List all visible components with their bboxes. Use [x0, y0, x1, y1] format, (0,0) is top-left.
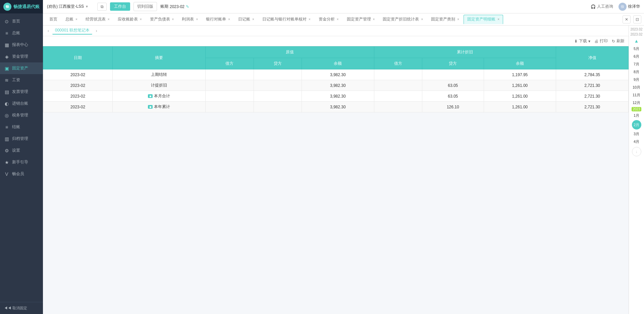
tab-close-icon[interactable]: × — [457, 17, 459, 21]
maximize-button[interactable]: ⊡ — [633, 15, 641, 23]
refresh-button[interactable]: ↻ 刷新 — [612, 38, 625, 44]
th-dep-balance: 余额 — [484, 58, 556, 69]
sidebar-item-vip[interactable]: V 畅会员 — [0, 168, 43, 180]
tab-profit[interactable]: 利润表 × — [178, 15, 202, 24]
cell-dep-credit: 63.05 — [422, 80, 484, 91]
sidebar-item-fixed[interactable]: ▣ 固定资产 — [0, 62, 43, 74]
fixed-icon: ▣ — [4, 66, 9, 71]
tab-close-icon[interactable]: × — [373, 17, 375, 21]
sidebar-item-label: 工资 — [12, 77, 20, 83]
sidebar-item-label: 首页 — [12, 18, 20, 24]
tab-close-icon[interactable]: × — [309, 17, 311, 21]
cell-dep-credit — [422, 69, 484, 80]
sidebar-item-fund[interactable]: ◈ 资金管理 — [0, 51, 43, 62]
tabbar: 首页 总账 × 经营状况表 × 应收账龄表 × 资产负债表 × 利润表 × 银行… — [43, 13, 644, 25]
sidebar-pin-toggle[interactable]: ◀◀ 取消固定 — [0, 302, 43, 314]
cell-dep-balance: 1,261.00 — [484, 80, 556, 91]
prev-arrow[interactable]: ‹ — [46, 28, 50, 34]
tab-label: 应收账龄表 — [118, 16, 138, 22]
cell-orig-balance: 3,982.30 — [302, 102, 374, 112]
timeline-month-4[interactable]: 4月 — [631, 138, 643, 145]
tab-fixeddep[interactable]: 固定资产折旧统计表 × — [379, 15, 427, 24]
timeline-month-7[interactable]: 7月 — [631, 61, 643, 68]
sidebar-item-salary[interactable]: ≋ 工资 — [0, 74, 43, 86]
salary-icon: ≋ — [4, 77, 9, 83]
tab-journalbank[interactable]: 日记账与银行对账单核对 × — [259, 15, 314, 24]
main-area: (劝告) 江西服堂-LSS ▼ ⧉ 工作台 切到旧版 账期 2023-02 ✎ … — [43, 0, 644, 314]
tab-home[interactable]: 首页 — [46, 15, 61, 24]
tab-close-icon[interactable]: × — [108, 17, 110, 21]
old-version-button[interactable]: 切到旧版 — [133, 2, 157, 11]
download-button[interactable]: ⬇ 下载 ▾ — [574, 38, 590, 44]
table-container: 日期 摘要 原值 累计折旧 净值 借方 贷方 余额 借方 贷方 余额 — [43, 46, 629, 314]
table-row: 2023-02 计提折旧 3,982.30 63.05 1,261.00 2,7… — [43, 80, 629, 91]
timeline-month-12[interactable]: 12月 — [631, 99, 643, 106]
print-button[interactable]: 🖨 打印 — [594, 38, 608, 44]
copy-button[interactable]: ⧉ — [97, 3, 107, 11]
refresh-icon: ↻ — [612, 39, 615, 44]
sidebar-item-settlement[interactable]: ≡ 结账 — [0, 121, 43, 133]
sidebar-item-sales[interactable]: ◐ 进销台账 — [0, 98, 43, 109]
sidebar-item-label: 设置 — [12, 148, 20, 153]
th-orig-balance: 余额 — [302, 58, 374, 69]
tab-close-icon[interactable]: × — [228, 17, 230, 21]
sidebar-item-reports[interactable]: ▦ 报表中心 — [0, 39, 43, 51]
tab-close-icon[interactable]: × — [252, 17, 254, 21]
next-arrow[interactable]: › — [94, 28, 98, 34]
tab-fixedcat[interactable]: 固定资产类别 × — [427, 15, 463, 24]
tab-general[interactable]: 总账 × — [62, 15, 81, 24]
user-menu[interactable]: 徐 徐泽华 — [619, 3, 640, 11]
tab-receivable[interactable]: 应收账龄表 × — [114, 15, 146, 24]
invoice-icon: ▤ — [4, 89, 9, 95]
tab-fixedmgmt[interactable]: 固定资产管理 × — [343, 15, 379, 24]
tab-bizstatus[interactable]: 经营状况表 × — [82, 15, 113, 24]
cell-orig-debit — [206, 80, 254, 91]
tab-fundanalysis[interactable]: 资金分析 × — [315, 15, 342, 24]
timeline-month-10[interactable]: 10月 — [631, 84, 643, 91]
sub-nav-item-asset[interactable]: 000001 联想笔记本 — [52, 27, 92, 35]
topbar: (劝告) 江西服堂-LSS ▼ ⧉ 工作台 切到旧版 账期 2023-02 ✎ … — [43, 0, 644, 13]
sidebar-item-label: 固定资产 — [12, 65, 28, 71]
tab-bank[interactable]: 银行对账单 × — [202, 15, 234, 24]
sidebar-item-general[interactable]: ≡ 总账 — [0, 27, 43, 39]
table-row: 2023-02 ■本年累计 3,982.30 126.10 1,261.00 2… — [43, 102, 629, 112]
sidebar-item-guide[interactable]: ★ 新手引导 — [0, 156, 43, 168]
tab-close-icon[interactable]: × — [172, 17, 174, 21]
sidebar-item-home[interactable]: ⊙ 首页 — [0, 15, 43, 27]
timeline-month-2[interactable]: 2月 — [632, 120, 641, 129]
tab-assets[interactable]: 资产负债表 × — [146, 15, 178, 24]
service-button[interactable]: 🎧 人工咨询 — [591, 4, 613, 9]
sidebar-item-settings[interactable]: ⚙ 设置 — [0, 145, 43, 156]
timeline-month-8[interactable]: 8月 — [631, 68, 643, 75]
sidebar-item-label: 总账 — [12, 30, 20, 36]
tabbar-controls: ✕ ⊡ — [623, 15, 641, 23]
company-selector[interactable]: (劝告) 江西服堂-LSS ▼ — [47, 4, 94, 9]
sidebar-item-invoice[interactable]: ▤ 发票管理 — [0, 86, 43, 98]
tab-close-icon[interactable]: × — [196, 17, 198, 21]
cell-summary: 上期结转 — [113, 69, 206, 80]
tab-close-icon[interactable]: × — [337, 17, 339, 21]
period-edit-icon[interactable]: ✎ — [186, 4, 189, 9]
tab-close-icon[interactable]: × — [140, 17, 142, 21]
timeline-up-arrow[interactable]: ▲ — [633, 37, 640, 45]
tab-close-icon[interactable]: × — [75, 17, 77, 21]
timeline-month-11[interactable]: 11月 — [631, 92, 643, 99]
tab-fixeddetail[interactable]: 固定资产明细账 × — [464, 15, 503, 24]
workbench-button[interactable]: 工作台 — [110, 2, 130, 11]
th-original-value: 原值 — [206, 47, 374, 58]
timeline-month-6[interactable]: 6月 — [631, 53, 643, 60]
timeline-month-5[interactable]: 5月 — [631, 45, 643, 52]
tab-close-icon[interactable]: × — [421, 17, 423, 21]
close-all-button[interactable]: ✕ — [623, 15, 631, 23]
timeline-month-1[interactable]: 1月 — [631, 112, 643, 119]
timeline-month-9[interactable]: 9月 — [631, 76, 643, 83]
cell-date: 2023-02 — [43, 102, 113, 112]
tab-journal[interactable]: 日记账 × — [234, 15, 258, 24]
sub-nav: ‹ 000001 联想笔记本 › — [43, 25, 629, 36]
tab-close-icon[interactable]: × — [497, 17, 499, 21]
sidebar-item-tax[interactable]: ◎ 税务管理 — [0, 109, 43, 121]
timeline-month-3[interactable]: 3月 — [631, 130, 643, 138]
cell-dep-balance: 1,197.95 — [484, 69, 556, 80]
timeline-down-arrow[interactable]: ↓ — [632, 147, 641, 156]
sidebar-item-archive[interactable]: ▥ 归档管理 — [0, 133, 43, 145]
